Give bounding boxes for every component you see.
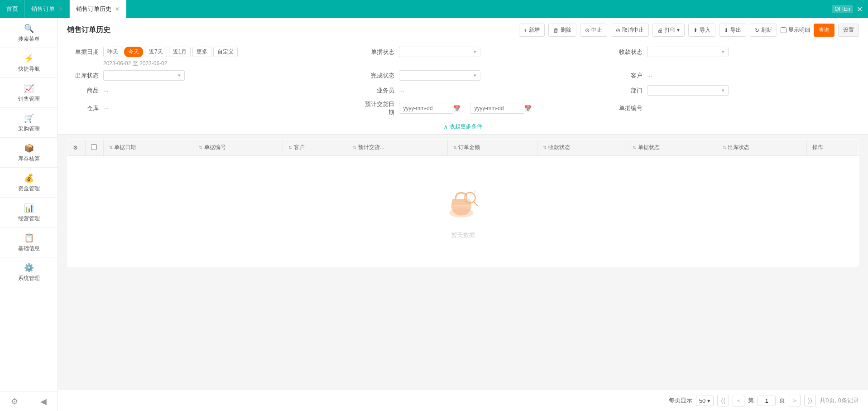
cancel-stop-icon: ⊘ [616,27,620,34]
topbar-close-btn[interactable]: ✕ [857,5,863,14]
page-first-btn[interactable]: ⟨⟨ [717,395,729,406]
export-button[interactable]: ⬇ 导出 [719,24,746,37]
status-chevron-icon: ▾ [474,49,476,55]
tab-sales-order-close[interactable]: ✕ [58,6,63,12]
tab-sales-order[interactable]: 销售订单 ✕ [25,0,70,18]
sidebar-item-quicknav[interactable]: ⚡ 快捷导航 [0,48,58,78]
sidebar-item-finance[interactable]: 💰 资金管理 [0,168,58,198]
sidebar-collapse-icon[interactable]: ◀ [40,396,47,406]
pagination: 每页显示 50 ▾ ⟨⟨ ＜ 第 页 ＞ ⟩⟩ 共0页, 0条记录 [58,390,868,411]
page-title-row: 销售订单历史 + 新增 🗑 删除 ⊘ 中止 ⊘ [67,24,859,37]
sidebar-item-operations-label: 经营管理 [18,215,40,222]
date-range-text: 2023-06-02 至 2023-06-02 [103,60,167,68]
delivery-date-start-calendar-icon[interactable]: 📅 [453,105,460,112]
filter-row-2: 出库状态 ▾ 完成状态 ▾ 客户 [67,70,859,81]
page-total-info: 共0页, 0条记录 [820,396,859,405]
goods-dots-btn[interactable]: ··· [103,87,109,94]
th-amount-sort-icon[interactable]: ⇅ [453,145,457,150]
th-date: ⇅ 单据日期 [104,140,193,156]
date-btn-7days[interactable]: 近7天 [145,47,167,57]
display-detail-checkbox[interactable]: 显示明细 [781,26,810,34]
tab-home[interactable]: 首页 [0,0,25,18]
layout: 🔍 搜索菜单 ⚡ 快捷导航 📈 销售管理 🛒 采购管理 📦 库存核算 💰 资金管… [0,18,868,411]
sidebar-settings-icon[interactable]: ⚙ [11,396,18,406]
date-btn-more[interactable]: 更多 [192,47,211,57]
receipt-status-select[interactable]: ▾ [647,47,729,57]
date-btn-today[interactable]: 今天 [124,47,143,57]
new-button[interactable]: + 新增 [519,24,545,37]
date-btn-custom[interactable]: 自定义 [213,47,238,57]
export-label: 导出 [730,26,741,34]
select-all-checkbox[interactable] [91,144,97,150]
order-number-label: 单据编号 [611,104,647,112]
th-order-number-sort-icon[interactable]: ⇅ [199,145,202,150]
th-customer-sort-icon[interactable]: ⇅ [288,145,292,150]
page-size-chevron-icon: ▾ [707,397,710,404]
print-button[interactable]: 🖨 打印 ▾ [652,24,685,37]
page-prev-btn[interactable]: ＜ [733,395,744,406]
receipt-chevron-icon: ▾ [722,49,724,55]
th-out-sort-icon[interactable]: ⇅ [723,145,726,150]
customer-dots-btn[interactable]: ··· [647,72,652,79]
sidebar-item-purchase-label: 采购管理 [18,125,40,133]
sidebar-item-inventory[interactable]: 📦 库存核算 [0,138,58,168]
tab-sales-order-history-close[interactable]: ✕ [115,6,120,12]
tab-sales-order-history[interactable]: 销售订单历史 ✕ [70,0,126,18]
query-label: 查询 [819,26,830,34]
sidebar-item-operations[interactable]: 📊 经营管理 [0,198,58,227]
page-size-select[interactable]: 50 ▾ [696,396,714,406]
th-settings[interactable]: ⚙ [67,140,86,156]
import-button[interactable]: ⬆ 导入 [688,24,715,37]
sidebar-item-sales[interactable]: 📈 销售管理 [0,78,58,108]
department-select[interactable]: ▾ [647,85,729,96]
topbar-right: OfTEn ✕ [832,5,868,14]
th-amount: ⇅ 订单金额 [447,140,537,156]
table-wrapper: ⚙ ⇅ 单据日期 ⇅ 单据编号 ⇅ 客户 [58,135,868,390]
refresh-button[interactable]: ↻ 刷新 [750,24,777,37]
th-receipt-sort-icon[interactable]: ⇅ [543,145,547,150]
date-btn-1month[interactable]: 近1月 [169,47,191,57]
sidebar-item-purchase[interactable]: 🛒 采购管理 [0,108,58,138]
th-date-sort-icon[interactable]: ⇅ [109,145,113,150]
th-customer-label: 客户 [294,144,305,150]
out-status-select[interactable]: ▾ [103,70,185,81]
page-number-input[interactable] [758,396,776,406]
export-icon: ⬇ [724,27,729,34]
page-last-btn[interactable]: ⟩⟩ [804,395,816,406]
delivery-date-end[interactable] [470,103,524,114]
delivery-date-start[interactable] [399,103,453,114]
th-out-status-label: 出库状态 [728,144,749,150]
date-btn-yesterday[interactable]: 昨天 [103,47,122,57]
th-customer: ⇅ 客户 [283,140,347,156]
receipt-status-label: 收款状态 [611,48,647,56]
th-delivery-label: 预计交货... [358,144,384,150]
page-next-btn[interactable]: ＞ [789,395,801,406]
status-filter-label: 单据状态 [363,48,399,56]
th-checkbox[interactable] [86,140,104,156]
purchase-icon: 🛒 [24,113,34,123]
tab-home-label: 首页 [6,5,18,13]
tab-sales-order-history-label: 销售订单历史 [76,5,111,13]
sidebar-item-system[interactable]: ⚙️ 系统管理 [0,257,58,287]
delivery-date-end-calendar-icon[interactable]: 📅 [524,105,532,112]
status-filter-select[interactable]: ▾ [399,47,480,57]
warehouse-dots-btn[interactable]: ··· [103,105,109,112]
cancel-stop-button[interactable]: ⊘ 取消中止 [611,24,649,37]
complete-status-select[interactable]: ▾ [399,70,480,81]
sidebar-item-finance-label: 资金管理 [18,185,40,193]
delete-button[interactable]: 🗑 删除 [548,24,576,37]
sidebar-item-search[interactable]: 🔍 搜索菜单 [0,18,58,48]
settings-button[interactable]: 设置 [838,24,859,37]
stop-button[interactable]: ⊘ 中止 [580,24,607,37]
print-icon: 🖨 [657,27,663,34]
display-detail-input[interactable] [781,27,786,33]
sidebar-item-basics[interactable]: 📋 基础信息 [0,227,58,257]
empty-illustration: ✦ ✦ [441,183,486,224]
query-button[interactable]: 查询 [814,24,834,37]
collapse-row[interactable]: ∧ 收起更多条件 [67,121,859,134]
th-delivery-sort-icon[interactable]: ⇅ [353,145,356,150]
delete-icon: 🗑 [553,27,559,34]
salesperson-dots-btn[interactable]: ··· [399,87,404,94]
th-order-sort-icon[interactable]: ⇅ [633,145,636,150]
stop-icon: ⊘ [585,27,590,34]
